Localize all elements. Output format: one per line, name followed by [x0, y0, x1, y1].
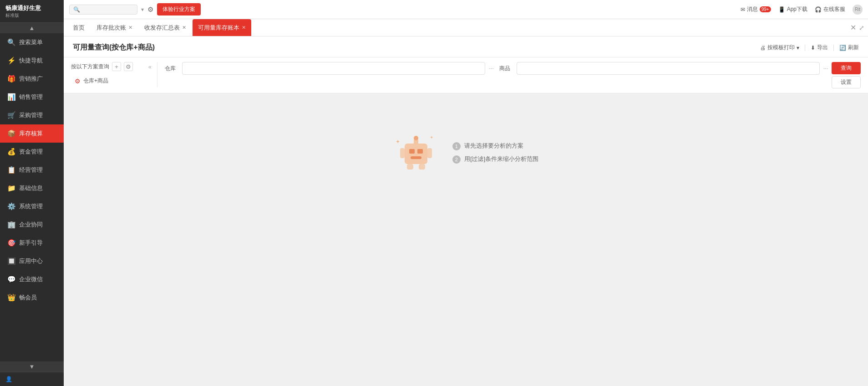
- message-button[interactable]: ✉ 消息 99+: [741, 5, 771, 13]
- product-more-button[interactable]: ···: [823, 65, 828, 72]
- sidebar-item-enterprise[interactable]: 🏢 企业协同: [0, 216, 64, 234]
- sidebar-item-label: 搜索菜单: [19, 38, 43, 46]
- app-download-button[interactable]: 📱 App下载: [778, 5, 807, 13]
- expand-icon[interactable]: ⤢: [859, 24, 864, 31]
- sidebar-item-quick[interactable]: ⚡ 快捷导航: [0, 51, 64, 70]
- app-subtitle: 标准版: [5, 12, 58, 19]
- tab-home[interactable]: 首页: [67, 19, 90, 36]
- tab-close-icon[interactable]: ✕: [242, 25, 246, 31]
- sidebar-item-label: 畅会员: [19, 293, 37, 302]
- message-icon: ✉: [741, 6, 745, 13]
- tab-batch-ledger[interactable]: 库存批次账 ✕: [91, 19, 138, 36]
- crown-icon: 👑: [7, 293, 15, 302]
- collapse-button[interactable]: «: [148, 63, 152, 70]
- filter-scheme-panel: 按以下方案查询 + ⚙ « ⚙ 仓库+商品: [71, 62, 157, 87]
- sidebar-item-label: 销售管理: [19, 93, 43, 101]
- sidebar-item-inventory[interactable]: 📦 库存核算: [0, 124, 64, 143]
- tabs-bar: 首页 库存批次账 ✕ 收发存汇总表 ✕ 可用量库存账本 ✕ ✕ ⤢: [64, 19, 868, 36]
- sidebar-item-label: 系统管理: [19, 202, 43, 211]
- tab-available-ledger[interactable]: 可用量库存账本 ✕: [193, 19, 251, 36]
- cart-icon: 🛒: [7, 111, 15, 119]
- gear-icon: ⚙️: [7, 202, 15, 211]
- tab-label: 收发存汇总表: [144, 24, 180, 32]
- product-label: 商品: [499, 65, 513, 72]
- sidebar-item-label: 快捷导航: [19, 57, 43, 65]
- sidebar-item-label: 新手引导: [19, 239, 43, 247]
- warehouse-input[interactable]: [182, 62, 485, 75]
- headset-icon: 🎧: [815, 6, 822, 13]
- sidebar-logo: 畅康通好生意 标准版: [0, 0, 64, 23]
- tab-close-icon[interactable]: ✕: [128, 25, 132, 31]
- online-service-button[interactable]: 🎧 在线客服: [815, 5, 845, 13]
- avatar: Rit: [853, 5, 863, 15]
- scheme-item-warehouse-product[interactable]: ⚙ 仓库+商品: [71, 75, 152, 87]
- tab-label: 首页: [73, 24, 85, 32]
- avatar-initials: Rit: [855, 7, 860, 12]
- sidebar-item-label: 应用中心: [19, 257, 43, 265]
- settings-button[interactable]: 设置: [832, 76, 861, 88]
- svg-rect-1: [409, 149, 415, 154]
- user-menu[interactable]: Rit: [853, 5, 863, 15]
- svg-rect-7: [427, 148, 432, 158]
- warehouse-label: 仓库: [165, 65, 178, 72]
- sidebar-scroll-up[interactable]: ▲: [0, 23, 64, 33]
- query-button[interactable]: 查询: [832, 62, 861, 74]
- empty-state: ✦ ✦ 1 请先选择要分析的方案 2 用[过滤]条件来缩小分析范围: [64, 93, 868, 212]
- svg-rect-3: [411, 156, 421, 159]
- svg-rect-0: [405, 144, 427, 164]
- industry-solution-button[interactable]: 体验行业方案: [157, 3, 201, 15]
- sidebar-item-label: 企业微信: [19, 275, 43, 283]
- sidebar-item-marketing[interactable]: 🎁 营销推广: [0, 70, 64, 88]
- empty-tips: 1 请先选择要分析的方案 2 用[过滤]条件来缩小分析范围: [452, 142, 538, 164]
- search-input[interactable]: [82, 6, 133, 13]
- sidebar-item-operation[interactable]: 📋 经营管理: [0, 161, 64, 179]
- empty-state-inner: ✦ ✦ 1 请先选择要分析的方案 2 用[过滤]条件来缩小分析范围: [393, 130, 538, 175]
- action-divider: [805, 45, 805, 51]
- chart-icon: 📊: [7, 93, 15, 101]
- warehouse-more-button[interactable]: ···: [489, 65, 493, 72]
- scheme-settings-button[interactable]: ⚙: [124, 62, 133, 71]
- box-icon: 📦: [7, 129, 15, 138]
- refresh-button[interactable]: 🔄 刷新: [839, 44, 859, 51]
- sidebar-item-wechat[interactable]: 💬 企业微信: [0, 270, 64, 288]
- svg-rect-6: [400, 148, 405, 158]
- topbar-right: ✉ 消息 99+ 📱 App下载 🎧 在线客服 Rit: [741, 5, 863, 15]
- sidebar-scroll-down[interactable]: ▼: [0, 361, 64, 372]
- sidebar-item-label: 采购管理: [19, 111, 43, 119]
- clipboard-icon: 📋: [7, 166, 15, 174]
- sidebar-item-sales[interactable]: 📊 销售管理: [0, 88, 64, 106]
- tab-close-icon[interactable]: ✕: [182, 25, 186, 31]
- page-title: 可用量查询(按仓库+商品): [73, 43, 155, 52]
- topbar-search-box[interactable]: 🔍: [69, 5, 137, 15]
- search-dropdown-icon[interactable]: ▾: [141, 6, 144, 13]
- action-divider-2: [833, 45, 834, 51]
- print-icon: 🖨: [760, 45, 766, 51]
- sidebar-bottom[interactable]: 👤: [0, 372, 64, 386]
- sidebar-item-newbie[interactable]: 🎯 新手引导: [0, 234, 64, 252]
- empty-tip-2: 2 用[过滤]条件来缩小分析范围: [452, 155, 538, 164]
- sidebar-item-label: 企业协同: [19, 221, 43, 229]
- sidebar-item-finance[interactable]: 💰 资金管理: [0, 143, 64, 161]
- settings-icon[interactable]: ⚙: [147, 5, 153, 14]
- warehouse-field: 仓库 ···: [165, 62, 494, 75]
- sidebar-item-vip[interactable]: 👑 畅会员: [0, 288, 64, 307]
- add-scheme-button[interactable]: +: [112, 62, 121, 71]
- content-area: 可用量查询(按仓库+商品) 🖨 按模板打印 ▾ ⬇ 导出 🔄 刷新: [64, 36, 868, 386]
- export-button[interactable]: ⬇ 导出: [811, 44, 828, 51]
- sidebar-item-system[interactable]: ⚙️ 系统管理: [0, 197, 64, 216]
- svg-text:✦: ✦: [396, 139, 400, 145]
- money-icon: 💰: [7, 148, 15, 156]
- refresh-icon: 🔄: [839, 45, 846, 51]
- sidebar-item-search[interactable]: 🔍 搜索菜单: [0, 33, 64, 51]
- close-all-tabs-button[interactable]: ✕: [850, 23, 856, 32]
- sidebar-item-base[interactable]: 📁 基础信息: [0, 179, 64, 197]
- tip-number-2: 2: [452, 155, 461, 164]
- sidebar-item-purchase[interactable]: 🛒 采购管理: [0, 106, 64, 124]
- print-button[interactable]: 🖨 按模板打印 ▾: [760, 44, 799, 51]
- sidebar-item-apps[interactable]: 🔲 应用中心: [0, 252, 64, 270]
- user-icon: 👤: [5, 376, 12, 382]
- tab-label: 可用量库存账本: [198, 24, 239, 32]
- product-input[interactable]: [517, 62, 820, 75]
- target-icon: 🎯: [7, 239, 15, 247]
- tab-stock-summary[interactable]: 收发存汇总表 ✕: [139, 19, 192, 36]
